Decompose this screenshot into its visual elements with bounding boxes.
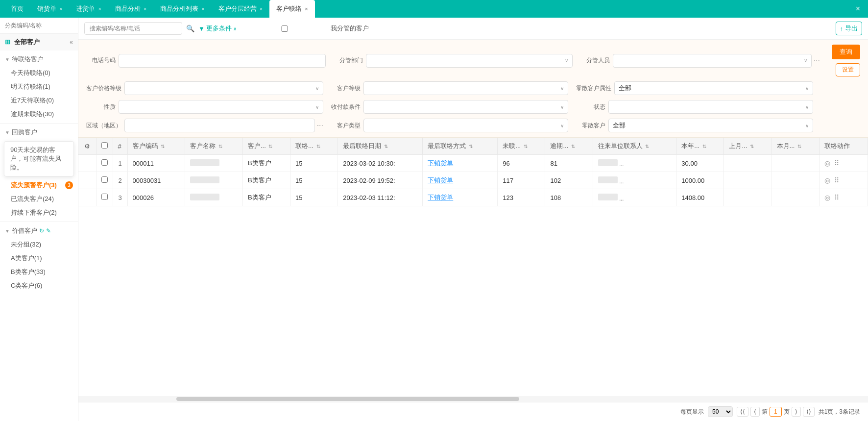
tab-purchase[interactable]: 进货单 × <box>69 0 108 18</box>
action-contact-icon-2[interactable]: ◎ <box>824 194 830 201</box>
sidebar-item-tomorrow-pending[interactable]: 明天待联络(1) <box>0 80 78 94</box>
content-area: 🔍 ▼ 更多条件 ∧ 我分管的客户 ↑ 导出 电话号码 <box>78 18 868 421</box>
sidebar-item-declining[interactable]: 持续下滑客户(2) <box>0 206 78 220</box>
lost-arrow-icon: ▼ <box>5 130 10 135</box>
manager-dots-icon[interactable]: ··· <box>814 56 820 65</box>
sidebar-item-lost-warning[interactable]: 流失预警客户(3) 3 <box>0 178 78 192</box>
export-icon: ↑ <box>840 25 844 32</box>
manager-select[interactable]: ∨ <box>613 54 811 68</box>
page-size-select[interactable]: 50 20 100 <box>708 406 733 417</box>
tab-purchase-close[interactable]: × <box>98 6 101 12</box>
status-select[interactable]: ∨ <box>608 100 813 114</box>
tab-customer-segment-close[interactable]: × <box>260 6 263 12</box>
next-page-button[interactable]: ⟩ <box>792 407 801 417</box>
value-refresh-icon[interactable]: ↻ <box>39 227 44 234</box>
sidebar-search-input[interactable] <box>5 22 78 29</box>
row-last-method-1[interactable]: 下销货单 <box>423 172 498 189</box>
close-all-button[interactable]: × <box>852 4 864 13</box>
retail-attr-select[interactable]: 全部 ∨ <box>614 81 813 95</box>
region-input[interactable] <box>124 119 315 132</box>
action-more-icon-1[interactable]: ⠿ <box>834 176 839 184</box>
action-contact-icon-1[interactable]: ◎ <box>824 176 830 184</box>
tab-analysis[interactable]: 商品分析 × <box>108 0 153 18</box>
table-header-row: ⚙ # 客户编码 ⇅ 客户名称 ⇅ 客户... ⇅ <box>78 138 868 155</box>
tab-home[interactable]: 首页 <box>4 0 30 18</box>
first-page-button[interactable]: ⟨⟨ <box>737 407 748 417</box>
row-overdue-0: 81 <box>545 155 593 172</box>
sidebar-item-c-class[interactable]: C类客户(6) <box>0 279 78 293</box>
action-contact-icon-0[interactable]: ◎ <box>824 159 830 167</box>
last-month-column-header[interactable]: 上月... ⇅ <box>724 138 772 155</box>
sidebar-item-7days-pending[interactable]: 近7天待联络(0) <box>0 94 78 107</box>
table-row: 2 00030031 B类客户 15 2023-02-09 19:52: 下销货… <box>78 172 868 189</box>
query-button[interactable]: 查询 <box>832 45 860 59</box>
level-column-header[interactable]: 客户... ⇅ <box>242 138 290 155</box>
price-level-select[interactable]: ∨ <box>124 81 323 95</box>
sidebar-item-b-class[interactable]: B类客户(33) <box>0 265 78 279</box>
sidebar-group-pending-title[interactable]: ▼ 待联络客户 <box>0 52 78 66</box>
retail-customer-select[interactable]: 全部 ∨ <box>608 119 813 132</box>
horizontal-scrollbar[interactable] <box>78 396 868 402</box>
region-dots-icon[interactable]: ··· <box>317 121 323 130</box>
sidebar-group-value-title[interactable]: ▼ 价值客户 ↻ ✎ <box>0 224 78 238</box>
select-all-checkbox[interactable] <box>101 142 108 149</box>
settings-button[interactable]: 设置 <box>836 63 860 76</box>
tab-customer-contact[interactable]: 客户联络 × <box>269 0 314 18</box>
row-name-2 <box>185 189 243 206</box>
action-more-icon-2[interactable]: ⠿ <box>834 194 839 201</box>
name-column-header[interactable]: 客户名称 ⇅ <box>185 138 243 155</box>
tab-analysis-list[interactable]: 商品分析列表 × <box>153 0 211 18</box>
row-checkbox-1[interactable] <box>96 172 113 189</box>
contact-column-header[interactable]: 联络... ⇅ <box>290 138 338 155</box>
this-month-column-header[interactable]: 本月... ⇅ <box>772 138 819 155</box>
row-last-method-0[interactable]: 下销货单 <box>423 155 498 172</box>
scrollbar-thumb[interactable] <box>176 397 519 401</box>
phone-input[interactable] <box>119 54 326 68</box>
my-customers-checkbox[interactable] <box>241 25 329 32</box>
code-column-header[interactable]: 客户编码 ⇅ <box>127 138 185 155</box>
sidebar-group-lost-title[interactable]: ▼ 回购客户 <box>0 125 78 139</box>
sidebar-item-ungroup[interactable]: 未分组(32) <box>0 238 78 251</box>
dept-select[interactable]: ∨ <box>366 54 573 68</box>
gear-column-header[interactable]: ⚙ <box>78 138 96 155</box>
row-checkbox-2[interactable] <box>96 189 113 206</box>
last-date-column-header[interactable]: 最后联络日期 ⇅ <box>338 138 423 155</box>
more-conditions-button[interactable]: ▼ 更多条件 ∧ <box>198 24 237 33</box>
last-method-column-header[interactable]: 最后联络方式 ⇅ <box>423 138 498 155</box>
row-last-method-2[interactable]: 下销货单 <box>423 189 498 206</box>
uncontacted-column-header[interactable]: 未联... ⇅ <box>498 138 545 155</box>
sidebar-item-today-pending[interactable]: 今天待联络(0) <box>0 66 78 80</box>
tab-customer-segment[interactable]: 客户分层经营 × <box>212 0 269 18</box>
sidebar-item-a-class[interactable]: A类客户(1) <box>0 251 78 265</box>
value-edit-icon[interactable]: ✎ <box>46 227 51 234</box>
export-button[interactable]: ↑ 导出 <box>836 22 863 35</box>
tab-sales[interactable]: 销货单 × <box>30 0 69 18</box>
payment-select[interactable]: ∨ <box>363 100 568 114</box>
tab-sales-close[interactable]: × <box>59 6 62 12</box>
row-checkbox-0[interactable] <box>96 155 113 172</box>
tab-analysis-close[interactable]: × <box>144 6 146 12</box>
this-year-column-header[interactable]: 本年... ⇅ <box>676 138 724 155</box>
prev-page-button[interactable]: ⟨ <box>750 407 760 417</box>
sidebar-collapse-icon[interactable]: « <box>70 39 73 46</box>
search-input[interactable] <box>84 22 182 35</box>
row-action-2: ◎ ⠿ <box>819 189 868 206</box>
customer-type-select[interactable]: ∨ <box>363 119 568 132</box>
sidebar-item-already-lost[interactable]: 已流失客户(24) <box>0 192 78 206</box>
row-uncontacted-2: 123 <box>498 189 545 206</box>
overdue-column-header[interactable]: 逾期... ⇅ <box>545 138 593 155</box>
tab-analysis-list-close[interactable]: × <box>201 6 204 12</box>
customer-level-select[interactable]: ∨ <box>363 81 568 95</box>
sidebar-item-overdue-pending[interactable]: 逾期未联络(30) <box>0 107 78 121</box>
tab-customer-contact-close[interactable]: × <box>305 6 308 12</box>
last-page-button[interactable]: ⟩⟩ <box>803 407 815 417</box>
filter-search-icon[interactable]: 🔍 <box>186 25 194 32</box>
action-more-icon-0[interactable]: ⠿ <box>834 159 839 167</box>
nature-select[interactable]: ∨ <box>119 100 323 114</box>
unit-contact-column-header[interactable]: 往来单位联系人 ⇅ <box>593 138 676 155</box>
status-arrow-icon: ∨ <box>805 104 809 110</box>
sidebar-all-customers[interactable]: ⊞ 全部客户 « <box>0 34 78 50</box>
row-level-2: B类客户 <box>242 189 290 206</box>
checkbox-column-header[interactable] <box>96 138 113 155</box>
page-label: 第 <box>762 408 768 416</box>
